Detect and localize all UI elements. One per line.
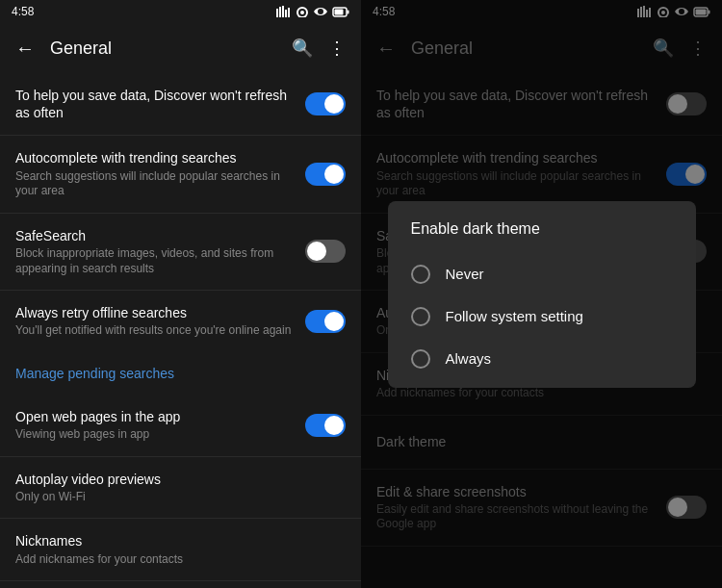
- popup-option-follow-label: Follow system setting: [446, 308, 583, 324]
- right-panel: 4:58 ← General 🔍 ⋮ To help you save data…: [361, 0, 722, 588]
- radio-follow[interactable]: [411, 307, 430, 326]
- popup-title: Enable dark theme: [388, 220, 696, 253]
- popup-option-never-label: Never: [446, 266, 484, 282]
- discover-title: To help you save data, Discover won't re…: [15, 87, 294, 121]
- autoplay-subtitle: Only on Wi-Fi: [15, 490, 334, 505]
- setting-webpages[interactable]: Open web pages in the app Viewing web pa…: [0, 395, 361, 457]
- webpages-toggle[interactable]: [305, 414, 346, 437]
- autoplay-title: Autoplay video previews: [15, 471, 334, 488]
- nicknames-subtitle: Add nicknames for your contacts: [15, 552, 334, 568]
- offline-toggle[interactable]: [305, 310, 346, 333]
- radio-never[interactable]: [411, 265, 430, 284]
- popup-option-follow[interactable]: Follow system setting: [388, 295, 696, 338]
- autocomplete-subtitle: Search suggestions will include popular …: [15, 169, 294, 199]
- setting-discover[interactable]: To help you save data, Discover won't re…: [0, 73, 361, 136]
- autocomplete-toggle[interactable]: [305, 163, 346, 186]
- back-button[interactable]: ←: [8, 30, 42, 67]
- safesearch-title: SafeSearch: [15, 227, 294, 244]
- webpages-title: Open web pages in the app: [15, 408, 294, 425]
- svg-point-1: [300, 11, 304, 14]
- safesearch-subtitle: Block inappropriate images, videos, and …: [15, 246, 294, 276]
- popup-option-never[interactable]: Never: [388, 253, 696, 295]
- autocomplete-title: Autocomplete with trending searches: [15, 149, 294, 166]
- more-icon[interactable]: ⋮: [321, 30, 353, 66]
- safesearch-toggle[interactable]: [305, 240, 346, 263]
- setting-offline[interactable]: Always retry offline searches You'll get…: [0, 291, 361, 352]
- svg-rect-4: [348, 11, 349, 14]
- dark-theme-dialog: Enable dark theme Never Follow system se…: [388, 201, 696, 388]
- setting-autocomplete[interactable]: Autocomplete with trending searches Sear…: [0, 136, 361, 213]
- discover-toggle[interactable]: [305, 92, 346, 115]
- left-toolbar: ← General 🔍 ⋮: [0, 23, 361, 73]
- popup-option-always[interactable]: Always: [388, 338, 696, 380]
- manage-pending-link[interactable]: Manage pending searches: [0, 352, 361, 395]
- nicknames-title: Nicknames: [15, 532, 334, 550]
- left-status-bar: 4:58: [0, 0, 361, 23]
- left-settings-list: To help you save data, Discover won't re…: [0, 73, 361, 588]
- left-status-icons: [276, 6, 349, 17]
- radio-always[interactable]: [411, 349, 430, 369]
- webpages-subtitle: Viewing web pages in app: [15, 427, 294, 443]
- left-toolbar-title: General: [50, 38, 284, 59]
- popup-overlay[interactable]: Enable dark theme Never Follow system se…: [361, 0, 722, 588]
- offline-subtitle: You'll get notified with results once yo…: [15, 323, 294, 339]
- setting-darktheme[interactable]: Dark theme: [0, 581, 361, 588]
- left-status-time: 4:58: [12, 5, 34, 18]
- popup-option-always-label: Always: [446, 350, 492, 367]
- svg-rect-3: [335, 10, 344, 15]
- offline-title: Always retry offline searches: [15, 304, 294, 321]
- setting-nicknames[interactable]: Nicknames Add nicknames for your contact…: [0, 519, 361, 581]
- setting-safesearch[interactable]: SafeSearch Block inappropriate images, v…: [0, 214, 361, 291]
- setting-autoplay[interactable]: Autoplay video previews Only on Wi-Fi: [0, 457, 361, 520]
- search-icon[interactable]: 🔍: [284, 30, 321, 66]
- left-panel: 4:58 ← General 🔍 ⋮ To help you save data…: [0, 0, 361, 588]
